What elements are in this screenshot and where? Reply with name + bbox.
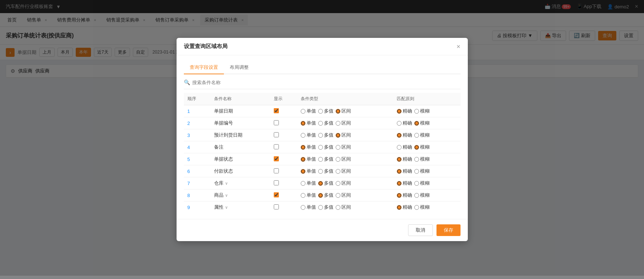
radio-type-range[interactable]: 区间 (336, 120, 351, 126)
radio-match-fuzzy[interactable]: 模糊 (414, 108, 430, 114)
row-condition-type: 单值多值区间 (297, 117, 393, 129)
radio-type-range[interactable]: 区间 (336, 156, 351, 162)
radio-type-multi[interactable]: 多值 (318, 180, 333, 186)
radio-type-single[interactable]: 单值 (301, 180, 316, 186)
modal-tabs: 查询字段设置 布局调整 (184, 61, 461, 74)
radio-type-range[interactable]: 区间 (336, 192, 351, 199)
radio-match-fuzzy[interactable]: 模糊 (414, 132, 430, 138)
row-display-checkbox[interactable] (274, 180, 279, 185)
radio-type-range[interactable]: 区间 (336, 204, 351, 211)
modal-title: 设置查询区域布局 (184, 43, 228, 50)
config-table: 顺序 条件名称 显示 条件类型 匹配原则 1单据日期单值多值区间精确模糊2单据编… (184, 93, 461, 213)
row-name: 预计到货日期 (210, 129, 270, 141)
tab-layout-adjust[interactable]: 布局调整 (224, 61, 254, 74)
radio-type-multi[interactable]: 多值 (318, 120, 333, 126)
th-type: 条件类型 (297, 93, 393, 105)
modal-close-button[interactable]: × (457, 43, 461, 50)
row-condition-type: 单值多值区间 (297, 177, 393, 189)
radio-type-single[interactable]: 单值 (301, 192, 316, 199)
cancel-button[interactable]: 取消 (408, 224, 433, 236)
radio-match-exact[interactable]: 精确 (397, 156, 412, 162)
settings-modal: 设置查询区域布局 × 查询字段设置 布局调整 🔍 顺序 (177, 38, 468, 241)
radio-match-fuzzy[interactable]: 模糊 (414, 120, 430, 126)
table-row: 2单据编号单值多值区间精确模糊 (184, 117, 461, 129)
row-match-principle: 精确模糊 (393, 153, 460, 165)
table-row: 3预计到货日期单值多值区间精确模糊 (184, 129, 461, 141)
radio-type-single[interactable]: 单值 (301, 120, 316, 126)
radio-type-multi[interactable]: 多值 (318, 108, 333, 114)
tab-query-fields[interactable]: 查询字段设置 (184, 61, 224, 74)
row-display-checkbox[interactable] (274, 192, 279, 197)
row-display-checkbox[interactable] (274, 204, 279, 209)
radio-match-exact[interactable]: 精确 (397, 108, 412, 114)
radio-match-fuzzy[interactable]: 模糊 (414, 168, 430, 174)
radio-type-multi[interactable]: 多值 (318, 192, 333, 199)
radio-type-single[interactable]: 单值 (301, 132, 316, 138)
row-order: 5 (184, 153, 211, 165)
radio-match-fuzzy[interactable]: 模糊 (414, 180, 430, 186)
row-display-checkbox-cell (270, 141, 297, 153)
search-input[interactable] (192, 80, 461, 85)
radio-type-multi[interactable]: 多值 (318, 168, 333, 174)
row-condition-type: 单值多值区间 (297, 165, 393, 177)
table-row: 4备注单值多值区间精确模糊 (184, 141, 461, 153)
radio-type-multi[interactable]: 多值 (318, 132, 333, 138)
modal-footer: 取消 保存 (177, 219, 468, 241)
radio-type-multi[interactable]: 多值 (318, 144, 333, 150)
row-display-checkbox[interactable] (274, 120, 279, 125)
search-icon: 🔍 (184, 79, 190, 85)
th-name: 条件名称 (210, 93, 270, 105)
row-display-checkbox[interactable] (274, 168, 279, 173)
row-match-principle: 精确模糊 (393, 141, 460, 153)
radio-match-exact[interactable]: 精确 (397, 120, 412, 126)
search-box: 🔍 (184, 79, 461, 89)
radio-type-single[interactable]: 单值 (301, 204, 316, 211)
row-match-principle: 精确模糊 (393, 201, 460, 213)
th-match: 匹配原则 (393, 93, 460, 105)
row-name: 仓库 ∨ (210, 177, 270, 189)
radio-type-range[interactable]: 区间 (336, 132, 351, 138)
radio-match-fuzzy[interactable]: 模糊 (414, 192, 430, 199)
radio-type-range[interactable]: 区间 (336, 144, 351, 150)
radio-type-range[interactable]: 区间 (336, 168, 351, 174)
radio-type-single[interactable]: 单值 (301, 156, 316, 162)
row-display-checkbox-cell (270, 189, 297, 201)
radio-match-exact[interactable]: 精确 (397, 144, 412, 150)
radio-match-fuzzy[interactable]: 模糊 (414, 156, 430, 162)
radio-type-range[interactable]: 区间 (336, 108, 351, 114)
radio-match-exact[interactable]: 精确 (397, 168, 412, 174)
modal-header: 设置查询区域布局 × (177, 38, 468, 55)
row-display-checkbox-cell (270, 201, 297, 213)
radio-type-single[interactable]: 单值 (301, 108, 316, 114)
row-match-principle: 精确模糊 (393, 177, 460, 189)
radio-type-range[interactable]: 区间 (336, 180, 351, 186)
th-order: 顺序 (184, 93, 211, 105)
row-display-checkbox-cell (270, 165, 297, 177)
row-display-checkbox[interactable] (274, 144, 279, 149)
radio-type-multi[interactable]: 多值 (318, 204, 333, 211)
save-button[interactable]: 保存 (436, 224, 461, 236)
row-display-checkbox[interactable] (274, 132, 279, 137)
row-match-principle: 精确模糊 (393, 189, 460, 201)
th-display: 显示 (270, 93, 297, 105)
radio-match-exact[interactable]: 精确 (397, 180, 412, 186)
row-order: 9 (184, 201, 211, 213)
table-row: 8商品 ∨单值多值区间精确模糊 (184, 189, 461, 201)
radio-type-single[interactable]: 单值 (301, 168, 316, 174)
row-order: 7 (184, 177, 211, 189)
row-display-checkbox-cell (270, 117, 297, 129)
row-name: 单据日期 (210, 105, 270, 117)
row-display-checkbox[interactable] (274, 156, 279, 161)
radio-match-exact[interactable]: 精确 (397, 204, 412, 211)
row-condition-type: 单值多值区间 (297, 153, 393, 165)
radio-match-fuzzy[interactable]: 模糊 (414, 204, 430, 211)
radio-type-multi[interactable]: 多值 (318, 156, 333, 162)
radio-match-exact[interactable]: 精确 (397, 192, 412, 199)
row-order: 1 (184, 105, 211, 117)
radio-match-fuzzy[interactable]: 模糊 (414, 144, 430, 150)
row-order: 4 (184, 141, 211, 153)
row-display-checkbox[interactable] (274, 108, 279, 113)
row-condition-type: 单值多值区间 (297, 129, 393, 141)
radio-type-single[interactable]: 单值 (301, 144, 316, 150)
radio-match-exact[interactable]: 精确 (397, 132, 412, 138)
